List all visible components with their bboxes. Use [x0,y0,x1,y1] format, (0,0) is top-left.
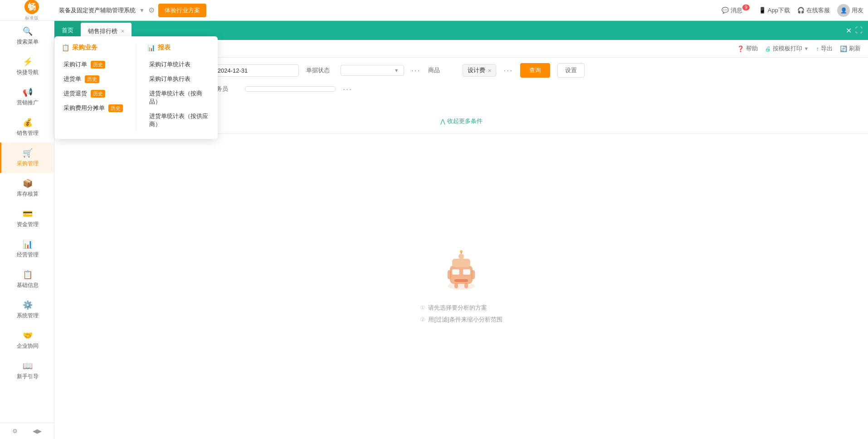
settings-btn[interactable]: 设置 [557,63,585,78]
print-label: 按模板打印 [773,44,802,53]
sidebar-label-purchase: 采购管理 [17,160,39,168]
history-badge-3: 历史 [108,104,123,112]
user-name-label: 用友 [852,6,863,15]
user-btn[interactable]: 👤 用友 [837,4,863,17]
menu-item-stock-in[interactable]: 进货单 历史 [62,72,125,86]
sidebar-label-shortcut: 快捷导航 [17,69,39,76]
sidebar-item-system[interactable]: ⚙️ 系统管理 [0,295,54,325]
stock-return-label: 进货退货 [63,89,87,98]
salesperson-select[interactable] [245,86,336,92]
sidebar-item-cooperation[interactable]: 🤝 企业协同 [0,325,54,355]
menu-item-stock-stats-goods[interactable]: 进货单统计表（按商品） [147,86,211,109]
tab-close-window-icon[interactable]: ✕ [846,26,852,35]
menu-item-purchase-order-stats[interactable]: 采购订单统计表 [147,57,211,72]
menu-section-reports: 📊 报表 采购订单统计表 采购订单执行表 进货单统计表（按商品） 进货单统计表（… [147,44,211,132]
app-download-btn[interactable]: 📱 App下载 [759,6,790,15]
history-badge-2: 历史 [91,90,105,98]
online-service-btn[interactable]: 🎧 在线客服 [797,6,830,15]
help-btn[interactable]: ❓ 帮助 [737,44,758,53]
tab-close-icon[interactable]: × [121,28,124,35]
sidebar-label-search: 搜索菜单 [17,38,39,46]
menu-item-purchase-order[interactable]: 采购订单 历史 [62,57,125,72]
gear-icon[interactable]: ⚙ [148,6,155,15]
svg-rect-7 [454,283,458,288]
empty-tip-2: ② 用[过滤]条件来缩小分析范围 [420,314,502,326]
help-icon: ❓ [737,45,744,52]
megaphone-icon: 📢 [23,87,33,97]
goods-tag-value: 设计费 [468,66,485,74]
svg-rect-2 [452,269,459,275]
chart-icon: 📊 [23,239,33,249]
sidebar-item-finance[interactable]: 💳 资金管理 [0,203,54,234]
top-navigation: 畅 标准版 装备及固定资产辅助管理系统 ▼ ⚙ 体验行业方案 💬 消息 9 📱 … [0,0,868,21]
sidebar-item-basic-info[interactable]: 📋 基础信息 [0,264,54,295]
goods-tag-close-icon[interactable]: × [488,67,492,74]
menu-item-purchase-expense[interactable]: 采购费用分摊单 历史 [62,101,125,115]
industry-btn[interactable]: 体验行业方案 [158,4,206,17]
empty-tips: ① 请先选择要分析的方案 ② 用[过滤]条件来缩小分析范围 [420,302,502,326]
stock-in-label: 进货单 [63,75,81,83]
sidebar-item-inventory[interactable]: 📦 库存核算 [0,173,54,203]
sidebar-label-cooperation: 企业协同 [17,342,39,350]
refresh-label: 刷新 [849,44,861,53]
menu-item-stock-return[interactable]: 进货退货 历史 [62,86,125,101]
logo-icon: 畅 [24,0,39,14]
handshake-icon: 🤝 [23,330,33,340]
status-select[interactable]: ▼ [341,65,404,76]
menu-divider [136,44,137,132]
svg-rect-9 [452,259,470,267]
goods-more-dots[interactable]: ··· [503,66,513,75]
svg-rect-4 [454,279,468,282]
sidebar-label-inventory: 库存核算 [17,190,39,198]
svg-rect-3 [463,269,470,275]
sidebar-item-guide[interactable]: 📖 新手引导 [0,355,54,386]
query-btn[interactable]: 查询 [520,63,550,78]
history-badge-0: 历史 [91,61,105,69]
collapse-up-icon: ⋀ [440,118,445,125]
clipboard-icon: 📋 [23,270,33,280]
history-badge-1: 历史 [85,75,99,83]
lightning-icon: ⚡ [23,57,33,67]
settings-bottom-icon[interactable]: ⚙ [12,428,18,434]
sidebar-label-guide: 新手引导 [17,373,39,380]
menu-item-purchase-order-exec[interactable]: 采购订单执行表 [147,72,211,86]
money-icon: 💰 [23,118,33,128]
box-icon: 📦 [23,178,33,188]
export-label: 导出 [821,44,833,53]
sidebar-item-sales[interactable]: 💰 销售管理 [0,112,54,143]
svg-rect-5 [448,270,451,279]
sidebar-item-search[interactable]: 🔍 搜索菜单 [0,21,54,51]
sidebar-item-shortcut[interactable]: ⚡ 快捷导航 [0,51,54,82]
print-template-btn[interactable]: 🖨 按模板打印 ▼ [765,44,809,53]
export-btn[interactable]: ↑ 导出 [816,44,833,53]
collapse-label: 收起更多条件 [447,117,483,125]
settings-icon: ⚙️ [23,300,33,310]
logo-text: 标准版 [25,15,39,21]
search-icon: 🔍 [23,26,33,36]
message-icon: 💬 [722,7,729,14]
empty-illustration [439,247,484,293]
online-service-label: 在线客服 [806,6,830,15]
print-icon: 🖨 [765,45,771,52]
refresh-btn[interactable]: 🔄 刷新 [840,44,861,53]
bullet-2: ② [420,314,425,326]
sidebar-item-purchase[interactable]: 🛒 采购管理 [0,143,54,173]
phone-icon: 📱 [759,7,766,14]
collapse-sidebar-icon[interactable]: ◀▶ [33,428,42,434]
status-more-dots[interactable]: ··· [411,66,421,75]
salesperson-more-dots[interactable]: ··· [343,84,352,94]
sidebar-item-management[interactable]: 📊 经营管理 [0,234,54,264]
sidebar-item-marketing[interactable]: 📢 营销推广 [0,82,54,112]
messages-btn[interactable]: 💬 消息 9 [722,6,751,15]
dropdown-arrow-icon[interactable]: ▼ [139,7,145,14]
tab-home-label: 首页 [62,26,73,35]
sidebar: 🔍 搜索菜单 ⚡ 快捷导航 📢 营销推广 💰 销售管理 🛒 采购管理 📦 库存核… [0,21,54,439]
print-dropdown-icon: ▼ [804,46,809,51]
date-end-input[interactable] [213,64,299,77]
app-download-label: App下载 [768,6,790,15]
system-title: 装备及固定资产辅助管理系统 [59,6,136,15]
sidebar-label-management: 经营管理 [17,251,39,259]
menu-item-stock-stats-supplier[interactable]: 进货单统计表（按供应商） [147,109,211,132]
message-label: 消息 [731,6,742,15]
tab-maximize-icon[interactable]: ⛶ [855,26,863,35]
